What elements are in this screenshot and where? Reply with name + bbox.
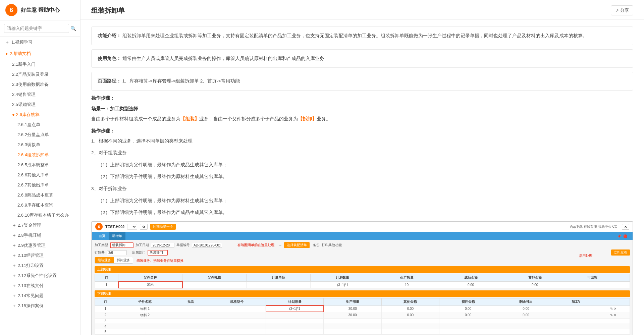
sidebar-item-2-6-4[interactable]: 2.6.4组装拆卸单 bbox=[0, 150, 80, 160]
role-text: 通常由生产人员或库管人员完成拆装业务的操作，库管人员确认原材料的出库和产成品的入… bbox=[122, 56, 324, 61]
erp-new-period-btn[interactable]: 同期新增一个 bbox=[150, 224, 176, 230]
plus-icon-2-7: ＋ bbox=[12, 223, 18, 228]
erp-th-prod-amt: 成品金额 bbox=[439, 274, 503, 282]
plus-icon-2-8: ＋ bbox=[12, 233, 18, 238]
erp-nav-new[interactable]: 新增单 bbox=[109, 232, 125, 240]
sidebar-item-2-6-8[interactable]: 2.6.8商品成本重算 bbox=[0, 190, 80, 200]
erp-bth-batch: 批次 bbox=[174, 298, 208, 306]
erp-bom-btn[interactable]: 选择装配清单 bbox=[284, 242, 310, 248]
share-icon: ↗ bbox=[615, 8, 619, 13]
erp-nav-home[interactable]: 自页 bbox=[95, 232, 109, 240]
erp-date-input[interactable] bbox=[151, 243, 174, 248]
minus-icon: ● bbox=[5, 51, 8, 56]
erp-rows-input[interactable] bbox=[107, 250, 127, 255]
erp-company-select[interactable] bbox=[127, 224, 137, 230]
function-intro-label: 功能介绍： bbox=[98, 33, 121, 38]
erp-th-plan-qty: 计划数量 bbox=[311, 274, 375, 282]
scene1-title: 场景一：加工类型选择 bbox=[91, 106, 633, 112]
erp-confirm-btn-wrap: 立即发布 bbox=[611, 249, 630, 256]
sidebar-header: 6 好生意 帮助中心 bbox=[0, 0, 80, 20]
erp-bth-spec: 规格型号 bbox=[208, 298, 266, 306]
nav-section: ＋ 1.视频学习 ● 2.帮助文档 2.1新手入门 2.2产品安装及登录 2.3… bbox=[0, 37, 80, 311]
erp-td-plan-qty: (3+1)*1 bbox=[311, 281, 375, 288]
path-block: 页面路径： 1、库存核算->库存管理->组装拆卸单 2、首页->常用功能 bbox=[91, 72, 633, 91]
sidebar-item-2-3[interactable]: 2.3使用前数据准备 bbox=[0, 79, 80, 90]
erp-bottom-row-2: 2 物料 2 30.00 0.00 0.00 0.00 bbox=[95, 312, 630, 318]
sidebar-item-2-6-1[interactable]: 2.6.1盘点单 bbox=[0, 120, 80, 130]
sidebar-item-2-11[interactable]: ＋ 2.11打印设置 bbox=[0, 261, 80, 271]
sidebar-item-2-6-3[interactable]: 2.6.3调拨单 bbox=[0, 140, 80, 150]
sidebar-item-2-4[interactable]: 2.4销售管理 bbox=[0, 90, 80, 100]
plus-icon-2-11: ＋ bbox=[12, 263, 18, 268]
step3: 3、对于拆卸业务 bbox=[91, 184, 633, 193]
erp-bottom-row-5: 5 bbox=[95, 329, 630, 334]
sidebar-item-2[interactable]: ● 2.帮助文档 bbox=[0, 48, 80, 59]
app-title: 好生意 帮助中心 bbox=[21, 7, 60, 14]
sidebar-item-2-6-5[interactable]: 2.6.5成本调整单 bbox=[0, 160, 80, 170]
erp-bottom-table: ☐ 子件名称 批次 规格型号 计划用量 生产用量 其他金额 损耗金额 剩余可出 bbox=[95, 298, 630, 335]
erp-dept-input[interactable] bbox=[148, 250, 168, 256]
search-input[interactable] bbox=[4, 24, 69, 33]
erp-arrow-right: → bbox=[278, 243, 282, 247]
sidebar-item-2-10[interactable]: ＋ 2.10经营管理 bbox=[0, 250, 80, 261]
main-header: 组装拆卸单 ↗ 分享 bbox=[80, 0, 644, 20]
sidebar-item-2-6-9[interactable]: 2.6.9库存账本查询 bbox=[0, 200, 80, 210]
erp-dept-label: 所属部门 bbox=[132, 250, 146, 255]
erp-close-btn[interactable]: ✕ bbox=[622, 224, 629, 230]
step2: 2、对于组装业务 bbox=[91, 149, 633, 157]
erp-extra1: 备份 bbox=[313, 243, 320, 247]
erp-bth-prod-use: 生产用量 bbox=[324, 298, 381, 306]
plus-icon-2-9: ＋ bbox=[12, 243, 18, 248]
sidebar-item-2-6-6[interactable]: 2.6.6其他入库单 bbox=[0, 170, 80, 180]
erp-nav-icon-1: 📌 bbox=[617, 234, 621, 238]
share-button[interactable]: ↗ 分享 bbox=[611, 5, 633, 15]
sidebar-item-2-8[interactable]: ＋ 2.8手机旺铺 bbox=[0, 230, 80, 240]
erp-nav-icon-2: 🔴 bbox=[623, 234, 627, 238]
step3-2: （2）下部明细为子件明细，最终作为产成品生成其它入库单。 bbox=[98, 208, 633, 217]
erp-confirm-btn[interactable]: 立即发布 bbox=[611, 249, 630, 256]
step1: 1、根据不同的业务，选择不同单据的类型来处理 bbox=[91, 137, 633, 146]
erp-form-row-2: 行数共 所属部门 立即发布 启用处理 bbox=[95, 249, 630, 256]
plus-icon-2-12: ＋ bbox=[12, 273, 18, 278]
sidebar-item-2-5[interactable]: 2.5采购管理 bbox=[0, 100, 80, 110]
sidebar-item-2-1[interactable]: 2.1新手入门 bbox=[0, 59, 80, 69]
sidebar-item-2-2[interactable]: 2.2产品安装及登录 bbox=[0, 69, 80, 79]
erp-bth-process: 加工V bbox=[555, 298, 597, 306]
path-text: 1、库存核算->库存管理->组装拆卸单 2、首页->常用功能 bbox=[122, 78, 240, 83]
search-button[interactable]: 🔍 bbox=[70, 26, 76, 31]
erp-bottom-row-3: 3 bbox=[95, 318, 630, 324]
erp-segment-disassemble[interactable]: 拆卸业务 bbox=[114, 257, 133, 263]
sidebar-item-2-15[interactable]: ＋ 2.15操作案例 bbox=[0, 301, 80, 311]
sidebar-item-2-6[interactable]: ●2.6库存核算 bbox=[0, 110, 80, 120]
erp-logo: 6 bbox=[95, 223, 103, 230]
erp-segment-assemble[interactable]: 组装业务 bbox=[95, 257, 114, 263]
sidebar-item-2-6-10[interactable]: 2.6.10库存账本错了怎么办 bbox=[0, 210, 80, 220]
erp-td-parent-spec bbox=[182, 281, 247, 288]
sidebar-item-2-12[interactable]: ＋ 2.12系统个性化设置 bbox=[0, 271, 80, 281]
erp-bth-actions bbox=[597, 298, 630, 306]
erp-refresh-btn[interactable]: ⚙ bbox=[140, 224, 148, 230]
erp-td-seq: 1 bbox=[95, 281, 118, 288]
erp-top-table-header: 上部明细 bbox=[95, 266, 630, 273]
sidebar-item-2-9[interactable]: ＋ 2.9优惠券管理 bbox=[0, 240, 80, 250]
steps-sub-title: 操作步骤： bbox=[91, 128, 633, 134]
erp-bth-avail-out: 剩余可出 bbox=[497, 298, 555, 306]
erp-bottom-row-1: 1 物料 1 (3+1)*1 30.00 0.00 0.00 0.00 bbox=[95, 305, 630, 312]
erp-th-unit: 计量单位 bbox=[247, 274, 311, 282]
erp-topbar-right: App下载 在线客服 帮助中心 CC bbox=[570, 224, 617, 229]
erp-type-input[interactable] bbox=[110, 242, 133, 248]
sidebar-item-2-13[interactable]: ＋ 2.13在线支付 bbox=[0, 281, 80, 291]
erp-th-parent-name: 父件名称 bbox=[118, 274, 182, 282]
sidebar-item-1[interactable]: ＋ 1.视频学习 bbox=[0, 37, 80, 48]
erp-bth-checkbox: ☐ bbox=[95, 298, 116, 306]
erp-th-parent-spec: 父件规格 bbox=[182, 274, 247, 282]
sidebar-item-2-14[interactable]: ＋ 2.14常见问题 bbox=[0, 291, 80, 301]
sidebar-item-2-6-2[interactable]: 2.6.2分量盘点单 bbox=[0, 130, 80, 140]
erp-doc-input[interactable] bbox=[192, 243, 222, 248]
erp-th-avail-out: 可出数 bbox=[567, 274, 618, 282]
plus-icon-2-14: ＋ bbox=[12, 293, 18, 298]
sidebar-item-2-6-7[interactable]: 2.6.7其他出库单 bbox=[0, 180, 80, 190]
step2-details: （1）上部明细为父件明细，最终作为产成品生成其它入库单； （2）下部明细为子件明… bbox=[91, 161, 633, 181]
sidebar-item-2-7[interactable]: ＋ 2.7资金管理 bbox=[0, 220, 80, 230]
erp-td-prod-amt: 0.00 bbox=[439, 281, 503, 288]
